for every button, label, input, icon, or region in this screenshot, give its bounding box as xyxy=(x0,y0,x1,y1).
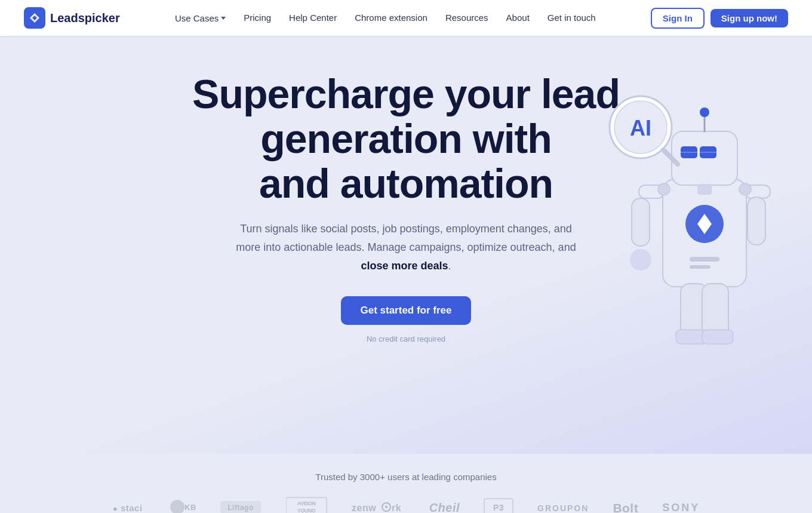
svg-rect-19 xyxy=(702,330,733,344)
sign-in-button[interactable]: Sign In xyxy=(651,8,705,29)
logo-bolt: Bolt xyxy=(613,501,638,514)
svg-rect-20 xyxy=(690,257,719,262)
svg-rect-12 xyxy=(632,198,650,246)
svg-point-9 xyxy=(700,107,709,117)
svg-rect-10 xyxy=(697,184,712,195)
navbar-actions: Sign In Sign up now! xyxy=(651,8,788,29)
nav-item-about[interactable]: About xyxy=(499,13,537,23)
svg-text:P3: P3 xyxy=(493,503,504,512)
chevron-down-icon xyxy=(221,17,226,20)
sign-up-button[interactable]: Sign up now! xyxy=(710,9,788,27)
trusted-headline: Trusted by 3000+ users at leading compan… xyxy=(24,472,788,482)
logo-staci: ⬥ staci xyxy=(112,503,143,513)
logo-p3: P3 xyxy=(484,498,513,514)
svg-point-13 xyxy=(630,249,651,271)
no-credit-text: No credit card required xyxy=(192,334,620,343)
logo-link[interactable]: Leadspicker xyxy=(24,7,120,29)
svg-text:zenw: zenw xyxy=(352,503,376,513)
svg-text:AI: AI xyxy=(630,116,651,140)
svg-line-27 xyxy=(663,150,678,164)
svg-rect-15 xyxy=(748,197,765,245)
nav-item-use-cases[interactable]: Use Cases xyxy=(168,10,233,27)
hero-subtitle: Turn signals like social posts, job post… xyxy=(233,220,579,275)
svg-point-37 xyxy=(385,506,387,508)
logo-icon xyxy=(24,7,45,29)
main-nav: Use Cases Pricing Help Center Chrome ext… xyxy=(168,10,603,27)
logo-groupon: GROUPON xyxy=(537,503,589,513)
nav-item-contact[interactable]: Get in touch xyxy=(540,13,603,23)
nav-item-pricing[interactable]: Pricing xyxy=(236,13,278,23)
hero-title: Supercharge your lead generation with an… xyxy=(192,72,620,205)
nav-item-chrome[interactable]: Chrome extension xyxy=(347,13,435,23)
logo-liftago: Liftago xyxy=(220,499,262,513)
company-logos-row: ⬥ staci KBC Liftago AVISON YOUNG zenw xyxy=(24,496,788,513)
svg-text:rk: rk xyxy=(392,503,401,513)
logo-sony: SONY xyxy=(662,502,700,513)
hero-content: Supercharge your lead generation with an… xyxy=(192,72,620,343)
hero-section: AI Supercharge your lead generation with… xyxy=(0,36,812,454)
hero-subtitle-bold: close more deals xyxy=(361,260,448,272)
logo-text: Leadspicker xyxy=(50,11,120,25)
nav-item-help[interactable]: Help Center xyxy=(282,13,344,23)
svg-point-28 xyxy=(170,500,184,514)
navbar: Leadspicker Use Cases Pricing Help Cente… xyxy=(0,0,812,36)
ai-magnifier-badge: AI xyxy=(606,93,684,173)
svg-text:YOUNG: YOUNG xyxy=(297,508,315,513)
trusted-section: Trusted by 3000+ users at leading compan… xyxy=(0,454,812,513)
logo-kbc: KBC xyxy=(167,497,196,514)
svg-text:KBC: KBC xyxy=(184,503,196,512)
svg-text:AVISON: AVISON xyxy=(297,500,315,506)
cta-button[interactable]: Get started for free xyxy=(341,296,470,325)
logo-zenwork: zenw rk xyxy=(352,499,405,514)
svg-text:Liftago: Liftago xyxy=(227,503,254,512)
svg-point-23 xyxy=(739,183,751,195)
nav-item-resources[interactable]: Resources xyxy=(438,13,496,23)
svg-point-22 xyxy=(658,183,670,195)
svg-rect-21 xyxy=(690,265,710,269)
logo-cheil: Cheil xyxy=(429,501,460,513)
logo-avison-young: AVISON YOUNG xyxy=(286,496,328,513)
